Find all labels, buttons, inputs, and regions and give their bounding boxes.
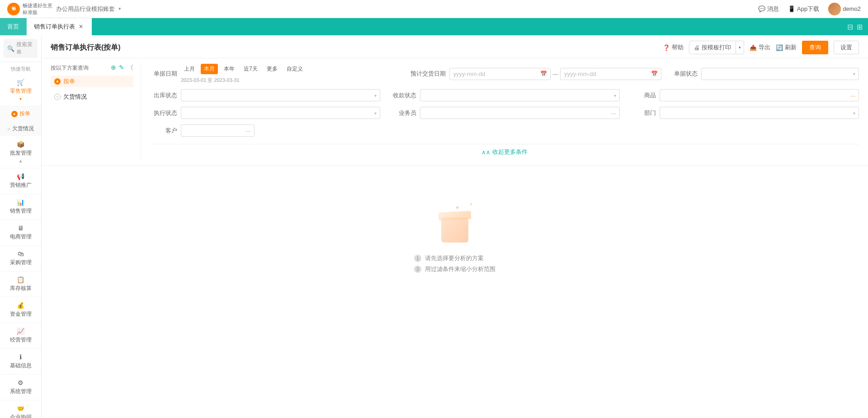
tab-home[interactable]: 首页 [0,18,27,35]
out-status-select[interactable] [181,89,380,101]
print-main-btn[interactable]: 🖨 按模板打印 [689,41,736,54]
collect-status-select[interactable] [420,89,619,101]
delivery-date-start-wrap: 📅 [449,68,551,80]
empty-box-body [441,218,468,242]
logo-area: 畅 畅捷通好生意 标准版 [7,2,52,15]
sidebar-item-sales[interactable]: 📊 销售管理 [0,194,41,220]
order-status-label: 单据状态 [670,70,698,78]
delivery-date-start[interactable] [449,68,551,80]
department-select[interactable] [660,107,859,119]
tab-bar: 首页 销售订单执行表 ✕ ⊟ ⊞ [0,18,868,35]
message-button[interactable]: 💬 消息 [758,5,779,13]
sidebar-item-purchase[interactable]: 🛍 采购管理 [0,246,41,271]
goods-input[interactable] [660,89,859,101]
export-button[interactable]: 📤 导出 [750,43,770,52]
scheme-collapse-icon[interactable]: 《 [127,64,133,72]
date-presets: 上月 本月 本年 近7天 更多 自定义 [181,64,401,74]
avatar [828,3,841,15]
exec-status-label: 执行状态 [150,109,177,117]
query-button[interactable]: 查询 [802,41,828,54]
scheme-add-icon[interactable]: ⊕ [111,64,116,72]
user-menu[interactable]: demo2 [828,3,861,15]
sidebar-item-ecommerce[interactable]: 🖥 电商管理 [0,220,41,246]
collapse-more-button[interactable]: ∧∧ 收起更多条件 [150,144,859,160]
scheme-item-欠货情况[interactable]: ○ 欠货情况 [51,91,133,103]
tab-maximize-icon[interactable]: ⊞ [857,23,863,31]
print-dropdown-button[interactable]: 🖨 按模板打印 ▾ [689,41,744,54]
scheme-header: 按以下方案查询 ⊕ ✎ 《 [51,64,133,72]
sidebar-subitem-欠货情况[interactable]: ○ 欠货情况 [0,121,41,136]
filter-goods: 商品 ··· [629,89,859,101]
empty-tip-1: 1 请先选择要分析的方案 [414,254,495,262]
print-icon: 🖨 [694,44,700,51]
sidebar-item-finance[interactable]: 💰 资金管理 [0,297,41,323]
tip-text-2: 用过滤条件来缩小分析范围 [425,265,495,273]
sidebar-item-basic-info[interactable]: ℹ 基础信息 [0,349,41,375]
sidebar-item-operations[interactable]: 📈 经营管理 [0,323,41,349]
按单-dot: ● [11,111,18,117]
sidebar-item-marketing[interactable]: 📢 营销推广 [0,168,41,194]
preset-this-month[interactable]: 本月 [201,64,218,74]
tip-num-1: 1 [414,255,421,262]
preset-7days[interactable]: 近7天 [241,64,261,74]
tab-sales-order[interactable]: 销售订单执行表 ✕ [27,18,92,35]
finance-icon: 💰 [17,302,24,309]
breadcrumb[interactable]: 办公用品行业模拟账套 [56,5,115,13]
empty-tip-2: 2 用过滤条件来缩小分析范围 [414,265,495,273]
refresh-icon: 🔄 [776,44,783,51]
empty-stars: ✦ [455,204,460,211]
inventory-icon: 📋 [17,276,24,283]
breadcrumb-arrow-icon[interactable]: ▾ [118,6,121,12]
filter-row-4: 客户 ··· [150,124,859,137]
help-button[interactable]: ❓ 帮助 [663,43,684,52]
date-range-dash: — [552,71,558,77]
sales-icon: 📊 [17,199,24,206]
ecommerce-icon: 🖥 [18,224,24,232]
tab-minimize-icon[interactable]: ⊟ [847,23,853,31]
tab-home-label: 首页 [7,23,19,31]
order-status-select[interactable] [701,68,859,80]
customer-input[interactable] [181,124,255,137]
sidebar-item-collab[interactable]: 🤝 企业协同 [0,400,41,418]
tab-close-icon[interactable]: ✕ [78,23,84,31]
salesman-input[interactable] [420,107,619,119]
preset-custom[interactable]: 自定义 [283,64,306,74]
preset-this-year[interactable]: 本年 [221,64,238,74]
sidebar-item-wholesale[interactable]: 📦 批发管理 ▲ [0,136,41,168]
sidebar-subitem-按单[interactable]: ● 按单 [0,106,41,121]
operations-icon: 📈 [17,328,24,335]
delivery-date-end[interactable] [560,68,661,80]
preset-last-month[interactable]: 上月 [181,64,198,74]
scheme-edit-icon[interactable]: ✎ [119,64,124,72]
settings-button[interactable]: 设置 [834,41,859,54]
sidebar-search-area[interactable]: 🔍 搜索菜单 [0,35,41,62]
system-icon: ⚙ [18,379,24,386]
search-placeholder: 搜索菜单 [16,41,34,56]
content-area: 销售订单执行表(按单) ❓ 帮助 🖨 按模板打印 ▾ [42,35,868,418]
scheme-dot-inactive: ○ [54,94,61,100]
欠货-dot: ○ [7,126,10,132]
order-date-label: 单据日期 [150,70,177,78]
export-icon: 📤 [750,44,757,51]
scheme-item-按单[interactable]: ● 按单 [51,76,133,87]
filter-exec-status: 执行状态 ▾ [150,107,380,119]
sidebar-item-retail[interactable]: 🛒 零售管理 ▾ [0,74,41,106]
retail-icon: 🛒 [17,79,24,86]
sidebar-item-inventory[interactable]: 📋 库存核算 [0,271,41,297]
page-actions: ❓ 帮助 🖨 按模板打印 ▾ 📤 导出 [663,41,859,54]
search-icon: 🔍 [7,45,14,52]
sidebar-item-system[interactable]: ⚙ 系统管理 [0,375,41,400]
empty-box-lid [439,211,472,221]
filter-expected-delivery: 预计交货日期 📅 — 📅 [410,68,662,80]
tip-num-2: 2 [414,266,421,273]
sidebar: 🔍 搜索菜单 快捷导航 🛒 零售管理 ▾ ● 按单 ○ 欠货情况 📦 批发管理 [0,35,42,418]
preset-more[interactable]: 更多 [264,64,281,74]
search-menu-box[interactable]: 🔍 搜索菜单 [4,39,38,58]
print-dropdown-arrow[interactable]: ▾ [736,41,744,54]
exec-status-select[interactable] [181,107,380,119]
order-status-control: ▾ [701,68,859,80]
app-download-button[interactable]: 📱 App下载 [788,5,819,13]
quick-nav-label: 快捷导航 [0,62,41,74]
refresh-button[interactable]: 🔄 刷新 [776,43,797,52]
print-dropdown-icon: ▾ [739,45,741,50]
